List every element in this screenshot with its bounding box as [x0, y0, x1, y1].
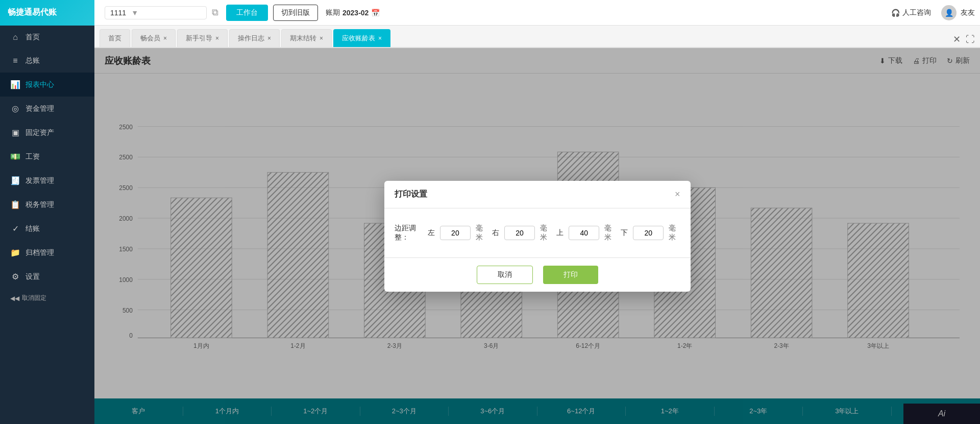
pin-icon: ◀◀	[10, 295, 19, 302]
tab-guide[interactable]: 新手引导 ×	[177, 29, 228, 47]
user-area[interactable]: 👤 友友	[941, 5, 975, 20]
tab-operation-log[interactable]: 操作日志 ×	[229, 29, 280, 47]
tab-close-member[interactable]: ×	[163, 35, 167, 42]
tab-close-operation-log[interactable]: ×	[267, 35, 271, 42]
calendar-icon[interactable]: 📅	[371, 9, 380, 17]
top-margin-input[interactable]	[569, 226, 599, 240]
right-margin-input[interactable]	[504, 226, 535, 240]
header-right: 🎧 人工咨询 👤 友友	[891, 5, 975, 20]
dialog-body: 边距调整： 左 毫米 右 毫米 上 毫米 下 毫米	[384, 208, 691, 257]
sidebar-item-reports[interactable]: 📊 报表中心	[0, 73, 94, 97]
print-settings-dialog: 打印设置 × 边距调整： 左 毫米 右 毫米 上	[384, 181, 691, 292]
dialog-title: 打印设置	[395, 189, 427, 200]
tab-close-guide[interactable]: ×	[215, 35, 219, 42]
sidebar-item-funds[interactable]: ◎ 资金管理	[0, 97, 94, 121]
dialog-overlay: 打印设置 × 边距调整： 左 毫米 右 毫米 上	[94, 48, 980, 424]
settings-icon: ⚙	[10, 272, 20, 281]
sidebar-item-general-ledger[interactable]: ≡ 总账	[0, 49, 94, 73]
tab-close-period-closing[interactable]: ×	[320, 35, 323, 42]
company-selector[interactable]: 1111 ▼	[105, 6, 207, 19]
tab-label-aging-report: 应收账龄表	[342, 34, 375, 43]
sidebar: ⌂ 首页 ≡ 总账 📊 报表中心 ◎ 资金管理 ▣ 固定资产 💵 工资 🧾 发票…	[0, 26, 94, 424]
top-label: 上	[556, 228, 564, 238]
tax-icon: 📋	[10, 200, 20, 209]
top-unit: 毫米	[604, 224, 616, 242]
collapse-label: 取消固定	[22, 294, 46, 302]
tab-close-aging-report[interactable]: ×	[378, 35, 382, 42]
dialog-close-button[interactable]: ×	[675, 189, 680, 200]
logo-text: 畅捷通易代账	[8, 7, 57, 18]
sidebar-item-payroll[interactable]: 💵 工资	[0, 145, 94, 169]
dialog-header: 打印设置 ×	[384, 181, 691, 208]
content-area: 首页 畅会员 × 新手引导 × 操作日志 × 期末结转 × 应收账龄表 ×	[94, 26, 980, 424]
tab-label-guide: 新手引导	[186, 34, 212, 43]
switch-version-button[interactable]: 切到旧版	[273, 5, 318, 21]
maximize-window-button[interactable]: ⛶	[966, 34, 975, 45]
sidebar-collapse-btn[interactable]: ◀◀ 取消固定	[0, 289, 94, 308]
user-name: 友友	[961, 8, 975, 17]
support-label: 人工咨询	[902, 8, 931, 17]
fixed-assets-icon: ▣	[10, 128, 20, 137]
bottom-label: 下	[621, 228, 628, 238]
tab-period-closing[interactable]: 期末结转 ×	[281, 29, 332, 47]
right-unit: 毫米	[540, 224, 551, 242]
support-link[interactable]: 🎧 人工咨询	[891, 8, 931, 17]
bottom-margin-input[interactable]	[633, 226, 664, 240]
bottom-unit: 毫米	[669, 224, 680, 242]
sidebar-item-home[interactable]: ⌂ 首页	[0, 26, 94, 49]
closing-icon: ✓	[10, 224, 20, 233]
workbench-button[interactable]: 工作台	[226, 5, 268, 21]
confirm-print-button[interactable]: 打印	[543, 266, 598, 284]
funds-icon: ◎	[10, 104, 20, 113]
headset-icon: 🎧	[891, 9, 900, 17]
sidebar-item-tax[interactable]: 📋 税务管理	[0, 193, 94, 217]
page-content: 应收账龄表 ⬇ 下载 🖨 打印 ↻ 刷新	[94, 48, 980, 424]
avatar: 👤	[941, 5, 957, 20]
dialog-footer: 取消 打印	[384, 257, 691, 292]
window-controls: ✕ ⛶	[953, 34, 975, 47]
sidebar-label-archive: 归档管理	[26, 248, 54, 257]
tab-label-member: 畅会员	[140, 34, 160, 43]
left-margin-input[interactable]	[440, 226, 471, 240]
tab-home[interactable]: 首页	[100, 29, 130, 47]
sidebar-item-settings[interactable]: ⚙ 设置	[0, 265, 94, 289]
sidebar-label-fixed-assets: 固定资产	[26, 128, 54, 137]
tab-aging-report[interactable]: 应收账龄表 ×	[333, 29, 390, 47]
sidebar-label-general-ledger: 总账	[26, 56, 40, 65]
avatar-icon: 👤	[945, 9, 953, 17]
margin-form: 边距调整： 左 毫米 右 毫米 上 毫米 下 毫米	[395, 224, 680, 242]
period-label: 账期	[326, 8, 340, 17]
period-value: 2023-02	[342, 9, 369, 17]
sidebar-item-invoices[interactable]: 🧾 发票管理	[0, 169, 94, 193]
sidebar-label-closing: 结账	[26, 224, 40, 233]
tab-member[interactable]: 畅会员 ×	[132, 29, 176, 47]
copy-icon[interactable]: ⧉	[212, 7, 218, 18]
sidebar-label-tax: 税务管理	[26, 200, 54, 209]
left-unit: 毫米	[476, 224, 487, 242]
left-label: 左	[428, 228, 435, 238]
archive-icon: 📁	[10, 248, 20, 257]
tab-label-home: 首页	[108, 34, 121, 43]
invoices-icon: 🧾	[10, 176, 20, 185]
tab-label-operation-log: 操作日志	[238, 34, 264, 43]
sidebar-item-fixed-assets[interactable]: ▣ 固定资产	[0, 121, 94, 145]
tab-label-period-closing: 期末结转	[290, 34, 316, 43]
sidebar-label-settings: 设置	[26, 272, 40, 281]
logo-area: 畅捷通易代账	[0, 0, 94, 26]
sidebar-label-home: 首页	[26, 33, 40, 42]
margin-label: 边距调整：	[395, 224, 423, 242]
home-icon: ⌂	[10, 33, 20, 42]
company-name: 1111	[110, 9, 126, 17]
sidebar-label-funds: 资金管理	[26, 104, 54, 113]
sidebar-label-payroll: 工资	[26, 152, 40, 161]
tab-bar: 首页 畅会员 × 新手引导 × 操作日志 × 期末结转 × 应收账龄表 ×	[94, 26, 980, 48]
sidebar-item-closing[interactable]: ✓ 结账	[0, 217, 94, 241]
sidebar-label-reports: 报表中心	[26, 80, 54, 89]
payroll-icon: 💵	[10, 152, 20, 161]
period-area: 账期 2023-02 📅	[326, 8, 380, 17]
close-window-button[interactable]: ✕	[953, 34, 961, 45]
cancel-button[interactable]: 取消	[477, 266, 533, 284]
ledger-icon: ≡	[10, 56, 20, 65]
dropdown-icon: ▼	[131, 9, 138, 17]
sidebar-item-archive[interactable]: 📁 归档管理	[0, 241, 94, 265]
